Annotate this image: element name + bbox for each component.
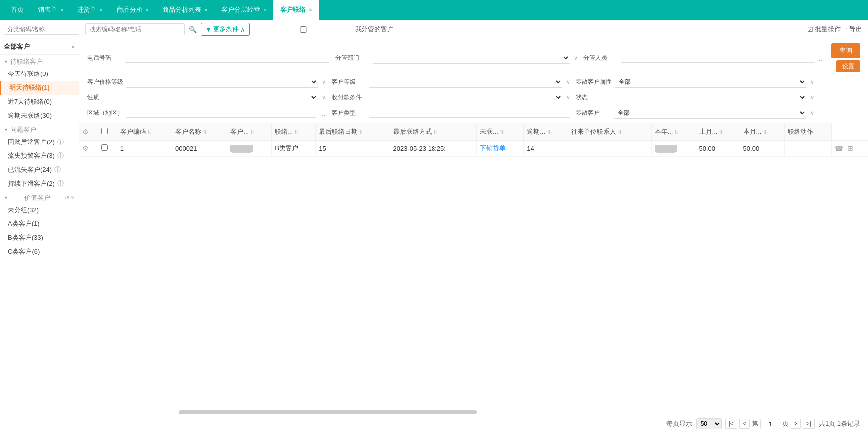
- th-contacts[interactable]: 联络...⇅: [272, 123, 316, 141]
- nav-product-analysis[interactable]: 商品分析 ×: [110, 0, 155, 20]
- filter-customer-level-select[interactable]: [369, 76, 562, 88]
- sidebar-item-class-b[interactable]: B类客户(33): [0, 231, 79, 245]
- sidebar-item-7days-pending[interactable]: 近7天待联络(0): [0, 95, 79, 109]
- filter-status-label: 状态: [576, 93, 611, 102]
- manager-dots-icon[interactable]: …: [818, 54, 825, 62]
- close-product-analysis-list-icon[interactable]: ×: [204, 7, 207, 13]
- collapse-sidebar-icon[interactable]: «: [72, 43, 75, 50]
- grid-action-icon[interactable]: ⊞: [847, 144, 853, 152]
- phone-action-icon[interactable]: ☎: [835, 144, 843, 152]
- my-customers-checkbox-label[interactable]: 我分管的客户: [254, 25, 394, 34]
- sort-not-contacted-icon: ⇅: [500, 129, 504, 135]
- filter-phone-input[interactable]: [125, 53, 329, 63]
- sidebar-item-overdue-pending[interactable]: 逾期未联络(30): [0, 109, 79, 123]
- filter-retail-attr-label: 零散客户属性: [576, 78, 612, 86]
- nav-sales-order[interactable]: 销售单 ×: [31, 0, 70, 20]
- nav-customer-contact[interactable]: 客户联络 ×: [273, 0, 319, 20]
- th-last-month[interactable]: 上月...⇅: [696, 123, 740, 141]
- filter-customer-type-input[interactable]: [369, 108, 570, 118]
- row-gear-icon[interactable]: ⚙: [82, 144, 89, 152]
- set-button[interactable]: 设置: [836, 60, 860, 72]
- th-gear[interactable]: ⚙: [79, 123, 98, 141]
- close-purchase-order-icon[interactable]: ×: [99, 7, 102, 13]
- value-group-icons[interactable]: ↺ ✎: [65, 195, 75, 201]
- filter-nature-select[interactable]: [125, 92, 318, 103]
- sidebar-item-ungrouped[interactable]: 未分组(32): [0, 203, 79, 217]
- th-checkbox[interactable]: [98, 123, 117, 141]
- td-action: ☎ ⊞: [831, 141, 868, 157]
- sidebar-item-churn-warning[interactable]: 流失预警客户(3) ⓘ: [0, 149, 79, 163]
- first-page-button[interactable]: |<: [725, 419, 737, 429]
- row-checkbox[interactable]: [101, 144, 108, 151]
- prev-page-button[interactable]: <: [739, 419, 750, 429]
- filter-retail-customer-select[interactable]: 全部: [614, 107, 806, 119]
- th-this-year[interactable]: 本年...⇅: [651, 123, 696, 141]
- close-customer-tier-icon[interactable]: ×: [263, 7, 266, 13]
- export-button[interactable]: ↑ 导出: [845, 25, 863, 34]
- data-table: ⚙ 客户编码⇅ 客户名称⇅ 客户...⇅ 联络...⇅ 最后联络日期⇅ 最后联络…: [79, 123, 868, 157]
- close-product-analysis-icon[interactable]: ×: [145, 7, 148, 13]
- select-all-checkbox[interactable]: [101, 128, 108, 134]
- td-checkbox[interactable]: [98, 141, 117, 157]
- sidebar-item-churned[interactable]: 已流失客户(24) ⓘ: [0, 163, 79, 177]
- filter-price-level-select[interactable]: [126, 76, 318, 88]
- th-overdue[interactable]: 逾期...⇅: [524, 123, 568, 141]
- table-header-row: ⚙ 客户编码⇅ 客户名称⇅ 客户...⇅ 联络...⇅ 最后联络日期⇅ 最后联络…: [79, 123, 868, 141]
- nav-home[interactable]: 首页: [4, 0, 31, 20]
- query-button[interactable]: 查询: [831, 43, 860, 58]
- region-dots-icon[interactable]: …: [319, 109, 326, 117]
- nature-chevron-icon: ∨: [322, 94, 326, 101]
- sidebar-item-declining[interactable]: 持续下滑客户(2) ⓘ: [0, 177, 79, 191]
- td-last-method: 下销货单: [477, 141, 524, 157]
- sort-type-icon: ⇅: [250, 129, 254, 135]
- dept-chevron-icon: ∨: [574, 55, 578, 61]
- scrollbar-thumb[interactable]: [179, 410, 477, 414]
- filter-retail-attr-select[interactable]: 全部: [615, 76, 806, 88]
- filter-region-input[interactable]: [126, 108, 316, 118]
- th-not-contacted[interactable]: 未联...⇅: [477, 123, 524, 141]
- filter-manager-input[interactable]: [621, 53, 815, 63]
- close-sales-order-icon[interactable]: ×: [60, 7, 63, 13]
- more-conditions-button[interactable]: ▼ 更多条件 ∧: [201, 23, 250, 36]
- td-gear: ⚙: [79, 141, 98, 157]
- th-last-date[interactable]: 最后联络日期⇅: [316, 123, 390, 141]
- last-page-button[interactable]: >|: [803, 419, 815, 429]
- sidebar-item-tomorrow-pending[interactable]: 明天待联络(1): [0, 81, 79, 95]
- nav-purchase-order[interactable]: 进货单 ×: [70, 0, 109, 20]
- sidebar-item-today-pending[interactable]: 今天待联络(0): [0, 67, 79, 81]
- sidebar-search-input[interactable]: [4, 24, 79, 35]
- info-icon-declining: ⓘ: [57, 180, 64, 187]
- th-code[interactable]: 客户编码⇅: [117, 123, 172, 141]
- page-label: 第: [752, 419, 758, 428]
- contact-person-blurred: ████: [655, 145, 677, 152]
- search-button[interactable]: 🔍: [189, 26, 197, 33]
- last-method-link[interactable]: 下销货单: [480, 144, 506, 152]
- sidebar-item-class-a[interactable]: A类客户(1): [0, 217, 79, 231]
- th-this-month[interactable]: 本月...⇅: [740, 123, 784, 141]
- filter-region-label: 区域（地区）: [87, 109, 123, 117]
- sidebar-item-repurchase-abnormal[interactable]: 回购异常客户(2) ⓘ: [0, 135, 79, 149]
- th-last-method[interactable]: 最后联络方式⇅: [390, 123, 477, 141]
- filter-payment-select[interactable]: [369, 92, 562, 103]
- filter-customer-level: 客户等级 ∨: [332, 76, 570, 88]
- table-row: ⚙ 1 000021 ████ B类客户 15 2023-05-23 18:25…: [79, 141, 868, 157]
- filter-customer-type: 客户类型: [332, 108, 570, 118]
- horizontal-scrollbar[interactable]: [79, 409, 868, 415]
- my-customers-checkbox[interactable]: [254, 26, 353, 33]
- th-type[interactable]: 客户...⇅: [227, 123, 272, 141]
- search-input[interactable]: [85, 23, 185, 35]
- per-page-select[interactable]: 50 10 20 100: [696, 418, 722, 429]
- close-customer-contact-icon[interactable]: ×: [309, 7, 312, 13]
- filter-status-select[interactable]: [614, 92, 806, 103]
- nav-customer-tier[interactable]: 客户分层经营 ×: [215, 0, 273, 20]
- th-name[interactable]: 客户名称⇅: [172, 123, 227, 141]
- filter-dept-select[interactable]: [373, 52, 569, 64]
- batch-operation-button[interactable]: ☑ 批量操作: [807, 25, 841, 34]
- sidebar-item-class-c[interactable]: C类客户(6): [0, 245, 79, 259]
- main-layout: 🔍 全部客户 « 待联络客户 今天待联络(0) 明天待联络(1) 近7天待联络(…: [0, 20, 868, 432]
- nav-product-analysis-list[interactable]: 商品分析列表 ×: [155, 0, 214, 20]
- page-input[interactable]: [760, 419, 780, 429]
- filter-status: 状态 ∨: [576, 92, 814, 103]
- th-contact-person[interactable]: 往来单位联系人⇅: [568, 123, 651, 141]
- next-page-button[interactable]: >: [791, 419, 801, 429]
